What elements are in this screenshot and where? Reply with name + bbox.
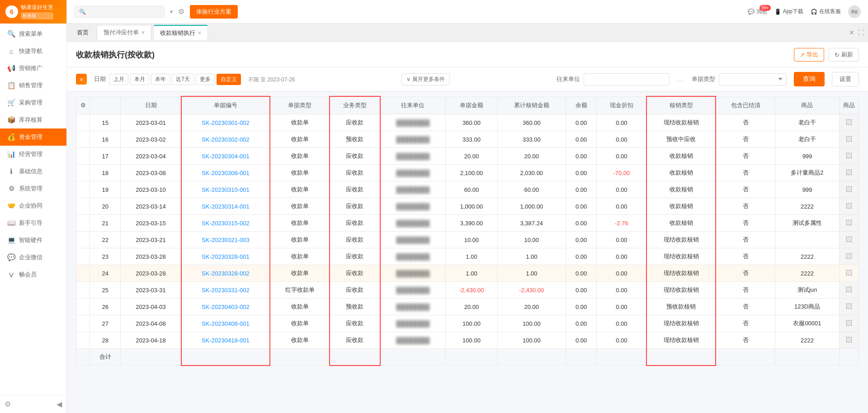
sidebar-item-inventory[interactable]: 📦库存核算	[0, 111, 66, 128]
doc-type-filter-group: 单据类型	[692, 73, 787, 85]
cell-doc-no[interactable]: SK-20230418-001	[181, 332, 270, 349]
settings-button[interactable]: 设置	[832, 72, 859, 86]
cell-doc-no[interactable]: SK-20230314-001	[181, 198, 270, 215]
partner-input[interactable]	[584, 73, 670, 85]
doc-no-link[interactable]: SK-20230328-001	[202, 253, 250, 260]
this-month-btn[interactable]: 本月	[130, 74, 149, 85]
more-btn[interactable]: 更多	[196, 74, 215, 85]
expand-conditions-button[interactable]: ∨ 展开更多条件	[401, 73, 450, 85]
sidebar-item-quick-nav[interactable]: ⌂快捷导航	[0, 43, 66, 60]
refresh-button[interactable]: ↻ 刷新	[829, 48, 859, 62]
cell-doc-no[interactable]: SK-20230328-002	[181, 265, 270, 282]
cell-doc-no[interactable]: SK-20230321-003	[181, 232, 270, 248]
cell-settings-col	[76, 181, 90, 198]
table-row[interactable]: 182023-03-08SK-20230308-001收款单应收款███████…	[76, 165, 859, 181]
doc-no-link[interactable]: SK-20230301-002	[202, 119, 250, 126]
collapse-icon[interactable]: ◀	[57, 400, 62, 408]
cell-balance: 0.00	[566, 282, 596, 299]
doc-no-link[interactable]: SK-20230304-001	[202, 153, 250, 160]
table-row[interactable]: 172023-03-04SK-20230304-001收款单应收款███████…	[76, 148, 859, 165]
close-window-icon[interactable]: ✕	[849, 29, 854, 36]
table-row[interactable]: 262023-04-03SK-20230403-002收款单预收款███████…	[76, 299, 859, 315]
tab-close-verify[interactable]: ×	[198, 30, 201, 36]
tab-prepay[interactable]: 预付冲应付单×	[97, 25, 151, 40]
table-row[interactable]: 212023-03-15SK-20230315-002收款单应收款███████…	[76, 215, 859, 232]
member-label: 畅会员	[19, 271, 37, 279]
cell-verify-type: 收款核销	[646, 148, 716, 165]
cell-doc-no[interactable]: SK-20230315-002	[181, 215, 270, 232]
tab-close-prepay[interactable]: ×	[142, 29, 145, 36]
sidebar-item-member[interactable]: V畅会员	[0, 266, 66, 283]
filter-toggle[interactable]: »	[76, 74, 87, 85]
messages-action[interactable]: 💬 消息 99+	[748, 8, 767, 15]
topbar-gear-icon[interactable]: ⚙	[178, 7, 184, 16]
doc-no-link[interactable]: SK-20230308-001	[202, 170, 250, 176]
expand-window-icon[interactable]: ⛶	[858, 29, 864, 36]
table-row[interactable]: 272023-04-08SK-20230408-001收款单应收款███████…	[76, 315, 859, 332]
operations-icon: 📊	[7, 150, 15, 158]
online-service-action[interactable]: 🎧 在线客服	[811, 8, 841, 15]
cell-doc-no[interactable]: SK-20230304-001	[181, 148, 270, 165]
table-row[interactable]: 202023-03-14SK-20230314-001收款单应收款███████…	[76, 198, 859, 215]
last7-btn[interactable]: 近7天	[172, 74, 194, 85]
cell-doc-no[interactable]: SK-20230328-001	[181, 248, 270, 265]
sidebar-item-wechat[interactable]: 💬企业微信	[0, 249, 66, 266]
table-row[interactable]: 192023-03-10SK-20230310-001收款单应收款███████…	[76, 181, 859, 198]
cell-doc-no[interactable]: SK-20230310-001	[181, 181, 270, 198]
last-month-btn[interactable]: 上月	[109, 74, 128, 85]
export-button[interactable]: ↗ 导出	[794, 48, 824, 62]
doc-no-link[interactable]: SK-20230315-002	[202, 220, 250, 227]
table-row[interactable]: 242023-03-28SK-20230328-002收款单应收款███████…	[76, 265, 859, 282]
table-row[interactable]: 282023-04-18SK-20230418-001收款单应收款███████…	[76, 332, 859, 349]
this-year-btn[interactable]: 本年	[151, 74, 170, 85]
sidebar-item-sales[interactable]: 📋销售管理	[0, 77, 66, 94]
sidebar-item-hardware[interactable]: 💻智能硬件	[0, 232, 66, 249]
table-row[interactable]: 162023-03-02SK-20230302-002收款单预收款███████…	[76, 131, 859, 148]
cell-partner: ████████	[380, 332, 446, 349]
sidebar-item-basic[interactable]: ℹ基础信息	[0, 163, 66, 180]
doc-no-link[interactable]: SK-20230328-002	[202, 270, 250, 277]
cell-doc-no[interactable]: SK-20230308-001	[181, 165, 270, 181]
doc-no-link[interactable]: SK-20230321-003	[202, 237, 250, 243]
sidebar-item-enterprise[interactable]: 🤝企业协同	[0, 197, 66, 214]
doc-no-link[interactable]: SK-20230310-001	[202, 186, 250, 193]
cell-amount: 1,000.00	[446, 198, 497, 215]
sidebar-item-finance[interactable]: 💰资金管理	[0, 128, 66, 146]
doc-type-select[interactable]	[719, 73, 787, 85]
table-row[interactable]: 252023-03-31SK-20230331-002红字收款单应收款█████…	[76, 282, 859, 299]
tab-home[interactable]: 首页	[71, 25, 95, 40]
sidebar-item-marketing[interactable]: 📢营销推广	[0, 60, 66, 77]
partner-label: 往来单位	[557, 75, 580, 83]
table-row[interactable]: 222023-03-21SK-20230321-003收款单应收款███████…	[76, 232, 859, 248]
doc-no-link[interactable]: SK-20230418-001	[202, 337, 250, 344]
sidebar-item-system[interactable]: ⚙系统管理	[0, 180, 66, 197]
user-avatar[interactable]: Rit	[848, 5, 861, 18]
doc-no-link[interactable]: SK-20230331-002	[202, 287, 250, 294]
cell-doc-no[interactable]: SK-20230408-001	[181, 315, 270, 332]
sidebar-item-search-menu[interactable]: 🔍搜索菜单	[0, 25, 66, 43]
table-row[interactable]: 152023-03-01SK-20230301-002收款单应收款███████…	[76, 114, 859, 131]
query-button[interactable]: 查询	[794, 72, 825, 86]
doc-no-link[interactable]: SK-20230403-002	[202, 304, 250, 310]
cell-doc-no[interactable]: SK-20230331-002	[181, 282, 270, 299]
topbar-chevron-icon[interactable]: ▾	[170, 9, 173, 15]
app-download-action[interactable]: 📱 App下载	[774, 8, 803, 15]
custom-btn[interactable]: 自定义	[217, 74, 241, 85]
cell-doc-no[interactable]: SK-20230301-002	[181, 114, 270, 131]
cell-doc-no[interactable]: SK-20230403-002	[181, 299, 270, 315]
topbar-search[interactable]: 🔍	[74, 6, 165, 18]
tab-verify[interactable]: 收款核销执行×	[153, 25, 208, 40]
sidebar-item-guide[interactable]: 📖新手引导	[0, 214, 66, 232]
settings-icon[interactable]: ⚙	[5, 400, 11, 408]
cell-doc-type: 红字收款单	[270, 282, 330, 299]
doc-no-link[interactable]: SK-20230408-001	[202, 320, 250, 327]
doc-no-link[interactable]: SK-20230314-001	[202, 203, 250, 210]
doc-no-link[interactable]: SK-20230302-002	[202, 136, 250, 143]
cell-doc-no[interactable]: SK-20230302-002	[181, 131, 270, 148]
table-row[interactable]: 232023-03-28SK-20230328-001收款单应收款███████…	[76, 248, 859, 265]
sidebar-item-operations[interactable]: 📊经营管理	[0, 146, 66, 163]
cell-verify-type: 现结收款核销	[646, 315, 716, 332]
col-header-settings-col[interactable]: ⚙	[76, 96, 90, 114]
sidebar-item-purchase[interactable]: 🛒采购管理	[0, 94, 66, 111]
solution-button[interactable]: 体验行业方案	[190, 5, 238, 19]
